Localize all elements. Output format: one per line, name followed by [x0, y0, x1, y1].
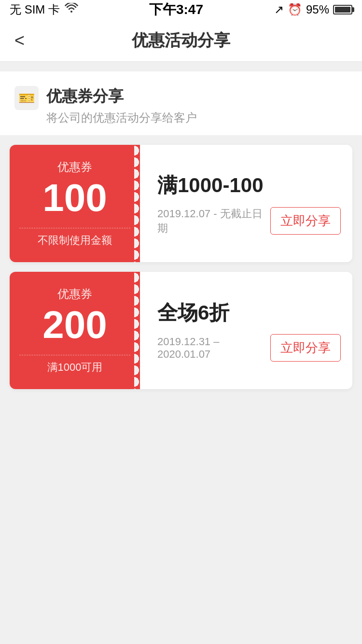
coupon-condition-1: 不限制使用金额	[38, 233, 112, 248]
page-title: 优惠活动分享	[132, 29, 230, 52]
coupon-bottom-row-2: 2019.12.31 – 2020.01.07 立即分享	[157, 334, 341, 362]
empty-space	[0, 399, 362, 644]
back-button[interactable]: <	[14, 30, 25, 51]
nav-bar: < 优惠活动分享	[0, 19, 362, 62]
section-icon: 🎫	[14, 86, 39, 110]
coupon-left-2: 优惠券 200 满1000可用	[10, 272, 140, 389]
coupon-right-1: 满1000-100 2019.12.07 - 无截止日期 立即分享	[140, 145, 352, 262]
coupon-amount-2: 200	[42, 306, 107, 344]
share-button-2[interactable]: 立即分享	[270, 334, 341, 362]
section-title: 优惠券分享	[46, 86, 197, 107]
alarm-icon: ⏰	[288, 3, 302, 16]
coupon-right-2: 全场6折 2019.12.31 – 2020.01.07 立即分享	[140, 272, 352, 389]
status-right: ↗ ⏰ 95%	[274, 3, 352, 16]
share-button-1[interactable]: 立即分享	[270, 207, 341, 235]
wifi-icon	[65, 3, 78, 16]
coupon-amount-1: 100	[42, 179, 107, 217]
time-display: 下午3:47	[149, 0, 203, 19]
coupon-bottom-row-1: 2019.12.07 - 无截止日期 立即分享	[157, 207, 341, 236]
coupon-label-1: 优惠券	[57, 159, 92, 175]
coupon-divider-1	[19, 228, 130, 228]
coupon-name-2: 全场6折	[157, 299, 341, 326]
status-left: 无 SIM 卡	[10, 2, 78, 17]
section-text: 优惠券分享 将公司的优惠活动分享给客户	[46, 86, 197, 126]
coupon-card-2: 优惠券 200 满1000可用 全场6折 2019.12.31 – 2020.0…	[10, 272, 352, 389]
location-icon: ↗	[274, 3, 284, 16]
carrier-text: 无 SIM 卡	[10, 2, 60, 17]
section-header: 🎫 优惠券分享 将公司的优惠活动分享给客户	[0, 71, 362, 135]
coupon-list: 优惠券 100 不限制使用金额 满1000-100 2019.12.07 - 无…	[0, 145, 362, 389]
status-bar: 无 SIM 卡 下午3:47 ↗ ⏰ 95%	[0, 0, 362, 19]
coupon-divider-2	[19, 355, 130, 355]
battery-percent: 95%	[306, 3, 329, 16]
coupon-name-1: 满1000-100	[157, 172, 341, 199]
battery-icon	[333, 5, 352, 14]
section-desc: 将公司的优惠活动分享给客户	[46, 110, 197, 126]
coupon-card-1: 优惠券 100 不限制使用金额 满1000-100 2019.12.07 - 无…	[10, 145, 352, 262]
coupon-label-2: 优惠券	[57, 286, 92, 302]
coupon-condition-2: 满1000可用	[47, 360, 103, 375]
coupon-date-2: 2019.12.31 – 2020.01.07	[157, 336, 265, 361]
coupon-left-1: 优惠券 100 不限制使用金额	[10, 145, 140, 262]
coupon-date-1: 2019.12.07 - 无截止日期	[157, 207, 265, 236]
